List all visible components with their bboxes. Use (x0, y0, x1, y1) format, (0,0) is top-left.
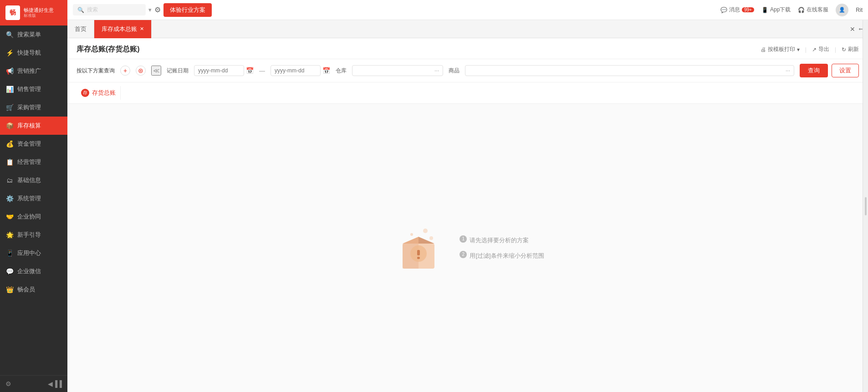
svg-marker-1 (403, 237, 419, 244)
wechat-icon: 💬 (5, 268, 14, 275)
vip-icon: 👑 (5, 286, 14, 293)
sidebar-item-apps[interactable]: 📱 应用中心 (0, 244, 67, 262)
settings-btn[interactable]: 设置 (832, 64, 859, 77)
filter-del-btn[interactable]: ⊛ (136, 66, 146, 76)
sidebar-item-sales[interactable]: 📊 销售管理 (0, 80, 67, 98)
app-download-btn[interactable]: 📱 App下载 (761, 6, 791, 14)
filter-add-btn[interactable]: + (120, 66, 130, 76)
svg-point-8 (423, 229, 428, 233)
export-icon: ↗ (812, 46, 817, 53)
guide-icon: 🌟 (5, 231, 14, 239)
operations-icon: 📋 (5, 158, 14, 166)
warehouse-more-icon: ··· (434, 67, 439, 74)
print-chevron-icon: ▾ (797, 46, 800, 53)
sidebar-item-vip[interactable]: 👑 畅会员 (0, 280, 67, 299)
tab-inventory-cost[interactable]: 库存成本总账 ✕ (94, 20, 152, 38)
sidebar-item-finance[interactable]: 💰 资金管理 (0, 135, 67, 153)
query-btn[interactable]: 查询 (800, 64, 828, 77)
svg-rect-5 (417, 250, 420, 255)
empty-illustration (391, 221, 446, 275)
topbar-right: 💬 消息 99+ 📱 App下载 🎧 在线客服 👤 Rit (720, 4, 863, 16)
panel-close-btn[interactable]: ✕ (850, 25, 855, 33)
sidebar-item-operations[interactable]: 📋 经营管理 (0, 153, 67, 171)
scheme-icon: 存 (81, 89, 89, 97)
empty-tips: 1 请先选择要分析的方案 2 用[过滤]条件来缩小分析范围 (460, 234, 544, 262)
topbar-chevron-icon[interactable]: ▾ (148, 6, 152, 13)
headset-icon: 🎧 (798, 7, 805, 13)
date-to-wrap: 📅 (271, 65, 330, 76)
sidebar-item-search[interactable]: 🔍 搜索菜单 (0, 25, 67, 44)
date-from-input[interactable] (194, 65, 244, 76)
settings-footer-icon[interactable]: ⚙ (5, 380, 11, 387)
warehouse-selector[interactable]: ··· (352, 65, 443, 76)
svg-point-9 (429, 236, 433, 240)
cooperation-icon: 🤝 (5, 213, 14, 220)
svg-rect-6 (417, 257, 420, 259)
filter-collapse-btn[interactable]: ≪ (151, 66, 161, 76)
finance-icon: 💰 (5, 140, 14, 148)
side-handle-inner (865, 197, 867, 215)
tip-num-2: 2 (460, 251, 467, 258)
tab-close-icon[interactable]: ✕ (140, 26, 144, 32)
product-label: 商品 (449, 67, 460, 75)
logo: 畅 畅捷通好生意 标准版 (0, 0, 67, 25)
sales-icon: 📊 (5, 86, 14, 93)
sidebar-item-basic[interactable]: 🗂 基础信息 (0, 171, 67, 189)
main-area: 🔍 搜索 ▾ ⚙ 体验行业方案 💬 消息 99+ 📱 App下载 🎧 在线客服 (67, 0, 868, 392)
sidebar-footer: ⚙ ◀▐▐ (0, 375, 67, 392)
refresh-icon: ↻ (842, 46, 846, 53)
date-label: 记账日期 (167, 67, 189, 75)
tip-num-1: 1 (460, 235, 467, 243)
scheme-label: 存货总账 (92, 89, 116, 97)
tabbar: 首页 库存成本总账 ✕ ✕ ⤢ (67, 20, 868, 38)
tab-home[interactable]: 首页 (67, 20, 94, 38)
product-more-icon: ··· (786, 67, 790, 74)
topbar-search-icon: 🔍 (77, 7, 84, 13)
tip-item-1: 1 请先选择要分析的方案 (460, 234, 544, 246)
page-header: 库存总账(存货总账) 🖨 按模板打印 ▾ | ↗ 导出 | ↻ 刷新 (67, 38, 868, 59)
svg-point-7 (410, 233, 413, 236)
print-action[interactable]: 🖨 按模板打印 ▾ (761, 46, 800, 53)
marketing-icon: 📢 (5, 67, 14, 75)
messages-btn[interactable]: 💬 消息 99+ (720, 6, 754, 14)
date-from-icon[interactable]: 📅 (246, 67, 254, 74)
industry-btn[interactable]: 体验行业方案 (163, 3, 212, 17)
search-icon: 🔍 (5, 31, 14, 38)
tip-item-2: 2 用[过滤]条件来缩小分析范围 (460, 250, 544, 262)
online-service-btn[interactable]: 🎧 在线客服 (798, 6, 828, 14)
topbar-search-box[interactable]: 🔍 搜索 (73, 4, 146, 15)
export-action[interactable]: ↗ 导出 (812, 46, 829, 53)
refresh-action[interactable]: ↻ 刷新 (842, 46, 859, 53)
sidebar-menu: 🔍 搜索菜单 ⚡ 快捷导航 📢 营销推广 📊 销售管理 🛒 采购管理 📦 库存核… (0, 25, 67, 375)
user-name[interactable]: Rit (856, 7, 863, 13)
system-icon: ⚙️ (5, 195, 14, 202)
side-handle[interactable] (863, 20, 868, 392)
sidebar-item-quick-nav[interactable]: ⚡ 快捷导航 (0, 44, 67, 62)
quick-nav-icon: ⚡ (5, 49, 14, 56)
topbar: 🔍 搜索 ▾ ⚙ 体验行业方案 💬 消息 99+ 📱 App下载 🎧 在线客服 (67, 0, 868, 20)
page-actions: 🖨 按模板打印 ▾ | ↗ 导出 | ↻ 刷新 (761, 46, 859, 53)
date-from-wrap: 📅 (194, 65, 254, 76)
inventory-icon: 📦 (5, 122, 14, 129)
sound-icon[interactable]: ◀▐▐ (48, 380, 62, 387)
sidebar-item-guide[interactable]: 🌟 新手引导 (0, 226, 67, 244)
sidebar-item-purchase[interactable]: 🛒 采购管理 (0, 98, 67, 117)
sidebar-item-system[interactable]: ⚙️ 系统管理 (0, 189, 67, 208)
sidebar-item-inventory[interactable]: 📦 库存核算 (0, 117, 67, 135)
topbar-settings-icon[interactable]: ⚙ (154, 5, 161, 14)
sidebar-item-wechat[interactable]: 💬 企业微信 (0, 262, 67, 280)
filter-bar: 按以下方案查询 + ⊛ ≪ 记账日期 📅 — 📅 仓库 ··· 商品 · (67, 59, 868, 82)
logo-text: 畅捷通好生意 标准版 (24, 7, 54, 19)
sidebar-item-marketing[interactable]: 📢 营销推广 (0, 62, 67, 80)
apps-icon: 📱 (5, 249, 14, 257)
scheme-item[interactable]: 存 存货总账 (77, 86, 121, 100)
date-to-input[interactable] (271, 65, 321, 76)
product-selector[interactable]: ··· (465, 65, 794, 76)
content-area: 库存总账(存货总账) 🖨 按模板打印 ▾ | ↗ 导出 | ↻ 刷新 (67, 38, 868, 392)
date-to-icon[interactable]: 📅 (322, 67, 330, 74)
right-actions: 查询 设置 (800, 64, 859, 77)
sidebar-item-cooperation[interactable]: 🤝 企业协同 (0, 208, 67, 226)
warehouse-label: 仓库 (336, 67, 347, 75)
purchase-icon: 🛒 (5, 104, 14, 111)
filter-label: 按以下方案查询 (77, 67, 115, 75)
